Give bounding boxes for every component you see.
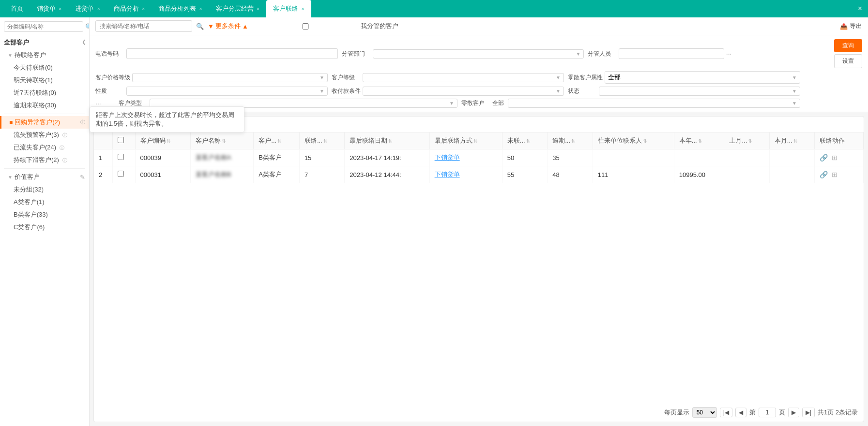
close-icon-customer-contact[interactable]: × <box>301 0 304 17</box>
main-layout: 🔍 全部客户 《 ▼ 待联络客户 今天待联络(0) 明天待联络(1) 近7天待联… <box>0 17 868 426</box>
th-name[interactable]: 客户名称⇅ <box>190 132 253 149</box>
nav-item-analysis-list[interactable]: 商品分析列表 × <box>152 0 209 17</box>
close-icon-sales[interactable]: × <box>59 0 61 17</box>
close-icon-analysis[interactable]: × <box>142 0 145 17</box>
top-nav: 首页 销货单 × 进货单 × 商品分析 × 商品分析列表 × 客户分层经营 × … <box>0 0 868 17</box>
nav-item-purchase[interactable]: 进货单 × <box>68 0 107 17</box>
td-last-method-1: 下销货单 <box>429 149 502 166</box>
last-page-btn[interactable]: ▶| <box>802 408 815 417</box>
th-year-amount[interactable]: 本年...⇅ <box>674 132 724 149</box>
close-icon-analysis-list[interactable]: × <box>199 0 202 17</box>
status-select[interactable]: ▼ <box>599 87 800 96</box>
query-button[interactable]: 查询 <box>834 39 862 52</box>
export-btn[interactable]: 📤 导出 <box>840 22 862 30</box>
dots-icon-person[interactable]: ··· <box>726 50 732 58</box>
th-customer-type-label: 客户... <box>259 137 276 144</box>
next-page-btn[interactable]: ▶ <box>788 408 799 417</box>
payment-select[interactable]: ▼ <box>363 87 564 96</box>
last-method-link-2[interactable]: 下销货单 <box>435 171 460 178</box>
th-code[interactable]: 客户编码⇅ <box>135 132 190 149</box>
th-last-month-label: 上月... <box>729 137 747 144</box>
filter-cell-scatter-prop: 零散客户属性 全部 ▼ <box>568 71 800 84</box>
filter-cell-payment: 收付款条件 ▼ <box>332 87 564 96</box>
sidebar-item-overdue[interactable]: 逾期未联络(30) <box>0 99 89 112</box>
sidebar-divider-2 <box>4 168 85 169</box>
action-link-icon-1[interactable]: 🔗 <box>820 154 828 162</box>
sort-icon-type: ⇅ <box>277 138 281 144</box>
nav-item-customer-tier[interactable]: 客户分层经营 × <box>209 0 266 17</box>
person-input[interactable] <box>619 48 724 59</box>
th-not-contact[interactable]: 未联...⇅ <box>502 132 547 149</box>
nav-item-analysis[interactable]: 商品分析 × <box>107 0 152 17</box>
more-conditions-btn[interactable]: ▼ 更多条件 ▲ <box>208 22 248 30</box>
row2-checkbox[interactable] <box>118 171 124 177</box>
action-link-icon-2[interactable]: 🔗 <box>820 171 828 178</box>
td-index-1: 1 <box>94 149 112 166</box>
th-company-contact[interactable]: 往来单位联系人⇅ <box>593 132 674 149</box>
sidebar-item-ungroup[interactable]: 未分组(32) <box>0 183 89 196</box>
sidebar-item-churn-warn[interactable]: 流失预警客户(3) ⓘ <box>0 129 89 141</box>
th-last-method[interactable]: 最后联络方式⇅ <box>429 132 502 149</box>
sidebar-item-week[interactable]: 近7天待联络(0) <box>0 87 89 99</box>
sort-icon-last-month: ⇅ <box>748 138 752 144</box>
first-page-btn[interactable]: |◀ <box>720 408 732 417</box>
td-lm-1 <box>724 149 769 166</box>
tomorrow-contact-label: 明天待联络(1) <box>14 76 53 84</box>
sidebar-item-classA[interactable]: A类客户(1) <box>0 196 89 208</box>
search-input[interactable] <box>95 20 192 32</box>
sidebar-group-waiting[interactable]: ▼ 待联络客户 <box>0 49 89 61</box>
edit-icon[interactable]: ✎ <box>80 174 85 181</box>
page-input[interactable] <box>759 408 776 417</box>
nav-item-home[interactable]: 首页 <box>4 0 30 17</box>
price-grade-select[interactable]: ▼ <box>132 73 328 82</box>
my-customer-check[interactable] <box>252 23 359 29</box>
query-btn-group: 查询 设置 <box>834 39 862 68</box>
close-icon-customer-tier[interactable]: × <box>257 0 259 17</box>
close-icon-purchase[interactable]: × <box>97 0 100 17</box>
td-year-2: 10995.00 <box>674 166 724 183</box>
info-icon-churn: ⓘ <box>62 132 67 138</box>
my-customer-checkbox[interactable]: 我分管的客户 <box>252 22 398 30</box>
sort-icon-code: ⇅ <box>167 138 170 144</box>
sidebar-item-declining[interactable]: 持续下滑客户(2) ⓘ <box>0 154 89 166</box>
prev-page-btn[interactable]: ◀ <box>735 408 746 417</box>
sidebar-all-customers[interactable]: 全部客户 《 <box>0 36 89 49</box>
sidebar-item-churned[interactable]: 已流失客户(24) ⓘ <box>0 141 89 154</box>
th-contact[interactable]: 联络...⇅ <box>299 132 344 149</box>
phone-input[interactable] <box>126 48 338 59</box>
action-grid-icon-2[interactable]: ⊞ <box>832 171 838 178</box>
filter-search-icon[interactable]: 🔍 <box>196 23 204 30</box>
th-customer-type[interactable]: 客户...⇅ <box>254 132 300 149</box>
th-this-month[interactable]: 本月...⇅ <box>769 132 814 149</box>
scatter-select[interactable]: ▼ <box>508 99 800 108</box>
dept-select[interactable]: ▼ <box>373 49 584 59</box>
select-all-checkbox[interactable] <box>118 137 124 143</box>
nav-item-sales[interactable]: 销货单 × <box>30 0 68 17</box>
nav-item-customer-contact[interactable]: 客户联络 × <box>266 0 311 17</box>
grade-select[interactable]: ▼ <box>363 73 564 82</box>
sidebar-valor-header[interactable]: ▼ 价值客户 ✎ <box>0 171 89 183</box>
nature-select[interactable]: ▼ <box>126 87 328 96</box>
th-last-month[interactable]: 上月...⇅ <box>724 132 769 149</box>
window-close-icon[interactable]: × <box>858 4 862 13</box>
th-last-date[interactable]: 最后联络日期⇅ <box>345 132 429 149</box>
td-lm-2 <box>724 166 769 183</box>
last-method-link-1[interactable]: 下销货单 <box>435 154 460 161</box>
sidebar-item-classC[interactable]: C类客户(6) <box>0 221 89 234</box>
sidebar-item-classB[interactable]: B类客户(33) <box>0 208 89 221</box>
td-company-1 <box>593 149 674 166</box>
sidebar-search-input[interactable] <box>4 21 83 32</box>
per-page-select[interactable]: 50 20 100 <box>692 407 717 418</box>
scatter-prop-select[interactable]: 全部 ▼ <box>605 71 800 84</box>
action-grid-icon-1[interactable]: ⊞ <box>832 154 838 162</box>
th-overdue[interactable]: 逾期...⇅ <box>548 132 593 149</box>
sidebar-item-abnormal[interactable]: ■ 回购异常客户(2) ⓘ <box>0 116 89 129</box>
settings-button[interactable]: 设置 <box>834 54 862 68</box>
table-scroll[interactable]: 客户编码⇅ 客户名称⇅ 客户...⇅ 联络...⇅ 最后联络日期⇅ 最后联络方式… <box>94 132 864 403</box>
action-icons-1: 🔗 ⊞ <box>820 154 858 162</box>
row1-checkbox[interactable] <box>118 154 124 160</box>
sidebar-search-icon[interactable]: 🔍 <box>85 23 90 30</box>
sidebar-item-today[interactable]: 今天待联络(0) <box>0 61 89 74</box>
sidebar-item-tomorrow[interactable]: 明天待联络(1) <box>0 74 89 87</box>
sort-icon-year: ⇅ <box>698 138 702 144</box>
